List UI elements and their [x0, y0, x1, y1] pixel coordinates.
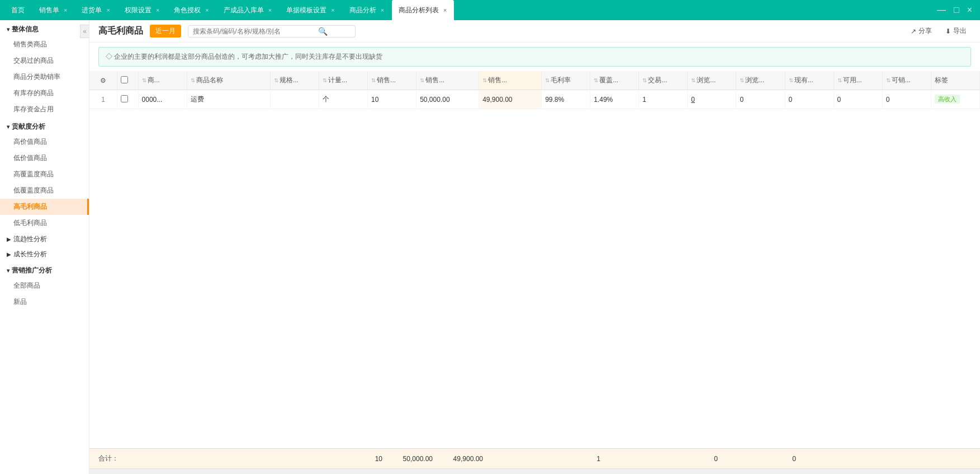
table-container[interactable]: ⚙ ⇅商... ⇅商品名称 ⇅规格... — [89, 71, 980, 448]
cell-tag: 高收入 — [931, 90, 979, 109]
sidebar-item-category-assist-rate[interactable]: 商品分类助销率 — [0, 69, 89, 85]
col-name[interactable]: ⇅商品名称 — [187, 71, 270, 90]
cell-spec — [270, 90, 319, 109]
sidebar-group-marketing[interactable]: ▾ 营销推广分析 — [0, 261, 89, 278]
col-code[interactable]: ⇅商... — [138, 71, 187, 90]
col-sales-qty[interactable]: ⇅销售... — [368, 71, 416, 90]
col-transaction[interactable]: ⇅交易... — [639, 71, 688, 90]
window-maximize[interactable]: □ — [950, 5, 963, 15]
search-input[interactable] — [193, 27, 316, 35]
footer-sales-amount: 50,000.00 — [386, 455, 436, 463]
sidebar-item-high-value[interactable]: 高价值商品 — [0, 134, 89, 150]
sidebar-item-low-margin[interactable]: 低毛利商品 — [0, 215, 89, 231]
col-coverage[interactable]: ⇅覆盖... — [590, 71, 639, 90]
nav-close-purchase-order[interactable]: × — [106, 7, 110, 13]
sort-icon7: ⇅ — [482, 77, 487, 83]
sort-icon15: ⇅ — [886, 77, 891, 83]
footer-transaction: 1 — [565, 455, 604, 463]
footer-total: 合计： 10 50,000.00 49,900.00 1 0 0 — [89, 448, 980, 468]
cell-name: 运费 — [187, 90, 270, 109]
nav-product-inbound[interactable]: 产成品入库单 × — [217, 0, 278, 20]
sidebar-item-low-coverage[interactable]: 低覆盖度商品 — [0, 182, 89, 199]
nav-close-sales-order[interactable]: × — [64, 7, 67, 13]
col-sales-profit[interactable]: ⇅销售... — [479, 71, 542, 90]
cell-browse1[interactable]: 0 — [688, 90, 736, 109]
sidebar-group-contribution[interactable]: ▾ 贡献度分析 — [0, 118, 89, 134]
col-browse2[interactable]: ⇅浏览... — [736, 71, 785, 90]
settings-icon[interactable]: ⚙ — [100, 77, 106, 85]
nav-product-analysis-list[interactable]: 商品分析列表 × — [392, 0, 453, 20]
col-spec[interactable]: ⇅规格... — [270, 71, 319, 90]
col-browse1[interactable]: ⇅浏览... — [688, 71, 736, 90]
sort-icon6: ⇅ — [420, 77, 424, 83]
search-icon[interactable]: 🔍 — [318, 27, 328, 36]
sidebar-group-growth[interactable]: ▶ 成长性分析 — [0, 246, 89, 261]
browse1-link[interactable]: 0 — [691, 96, 695, 104]
row-checkbox[interactable] — [121, 95, 128, 102]
sidebar-item-all-goods[interactable]: 全部商品 — [0, 278, 89, 294]
nav-home[interactable]: 首页 — [4, 0, 31, 20]
sort-icon13: ⇅ — [789, 77, 793, 83]
share-button[interactable]: ↗ 分享 — [906, 25, 936, 37]
sort-icon4: ⇅ — [323, 77, 327, 83]
sidebar-item-high-coverage[interactable]: 高覆盖度商品 — [0, 166, 89, 182]
sidebar-item-high-margin[interactable]: 高毛利商品 — [0, 199, 89, 215]
arrow-down-icon2: ▾ — [7, 124, 10, 130]
nav-sales-order[interactable]: 销售单 × — [32, 0, 74, 20]
header-actions: ↗ 分享 ⬇ 导出 — [906, 25, 971, 37]
arrow-down-icon: ▾ — [7, 26, 10, 32]
nav-template-settings[interactable]: 单据模板设置 × — [280, 0, 341, 20]
sidebar-item-stock-capital[interactable]: 库存资金占用 — [0, 101, 89, 118]
time-filter-button[interactable]: 近一月 — [150, 25, 181, 37]
nav-role-auth[interactable]: 角色授权 × — [167, 0, 215, 20]
nav-close-template-settings[interactable]: × — [331, 7, 334, 13]
col-profit-rate[interactable]: ⇅毛利率 — [542, 71, 590, 90]
col-current-stock[interactable]: ⇅现有... — [785, 71, 834, 90]
col-unit[interactable]: ⇅计量... — [319, 71, 368, 90]
arrow-right-icon2: ▶ — [7, 251, 11, 257]
window-minimize[interactable]: — — [934, 5, 949, 15]
sidebar-group-trend[interactable]: ▶ 流趋性分析 — [0, 231, 89, 246]
sidebar-collapse-btn[interactable]: « — [80, 25, 89, 38]
sidebar-item-traded-goods[interactable]: 交易过的商品 — [0, 53, 89, 69]
page-title: 高毛利商品 — [98, 25, 143, 37]
col-checkbox — [117, 71, 138, 90]
sidebar-item-low-value[interactable]: 低价值商品 — [0, 150, 89, 166]
sidebar-item-new-goods[interactable]: 新品 — [0, 294, 89, 310]
cell-available-stock: 0 — [834, 90, 882, 109]
footer-current-stock: 0 — [682, 455, 721, 463]
cell-sales-profit: 49,900.00 — [479, 90, 542, 109]
sort-icon3: ⇅ — [274, 77, 278, 83]
col-available-stock[interactable]: ⇅可用... — [834, 71, 882, 90]
col-saleable-stock[interactable]: ⇅可销... — [882, 71, 931, 90]
sort-icon10: ⇅ — [642, 77, 647, 83]
nav-product-analysis[interactable]: 商品分析 × — [343, 0, 391, 20]
export-icon: ⬇ — [945, 27, 951, 35]
nav-permission-settings[interactable]: 权限设置 × — [118, 0, 166, 20]
footer-sales-qty: 10 — [347, 455, 386, 463]
nav-purchase-order[interactable]: 进货单 × — [75, 0, 116, 20]
horizontal-scrollbar[interactable] — [89, 468, 980, 474]
cell-checkbox[interactable] — [117, 90, 138, 109]
nav-close-permission-settings[interactable]: × — [156, 7, 159, 13]
col-index: ⚙ — [89, 71, 117, 90]
arrow-down-icon3: ▾ — [7, 267, 10, 274]
sort-icon11: ⇅ — [691, 77, 695, 83]
sidebar-group-overall[interactable]: ▾ 整体信息 — [0, 20, 89, 36]
main-layout: « ▾ 整体信息 销售类商品 交易过的商品 商品分类助销率 有库存的商品 库存资… — [0, 20, 980, 474]
select-all-checkbox[interactable] — [121, 76, 128, 83]
sort-icon2: ⇅ — [191, 77, 195, 83]
sidebar-item-sales-goods[interactable]: 销售类商品 — [0, 36, 89, 53]
cell-saleable-stock: 0 — [882, 90, 931, 109]
nav-close-product-analysis[interactable]: × — [381, 7, 384, 13]
nav-close-product-analysis-list[interactable]: × — [443, 7, 447, 13]
export-button[interactable]: ⬇ 导出 — [941, 25, 971, 37]
cell-sales-amount: 50,000.00 — [416, 90, 479, 109]
nav-close-product-inbound[interactable]: × — [268, 7, 272, 13]
footer-label: 合计： — [98, 454, 119, 463]
sidebar-item-in-stock-goods[interactable]: 有库存的商品 — [0, 85, 89, 101]
col-sales-amount[interactable]: ⇅销售... — [416, 71, 479, 90]
window-close[interactable]: × — [964, 5, 976, 15]
share-icon: ↗ — [911, 27, 916, 35]
nav-close-role-auth[interactable]: × — [205, 7, 209, 13]
